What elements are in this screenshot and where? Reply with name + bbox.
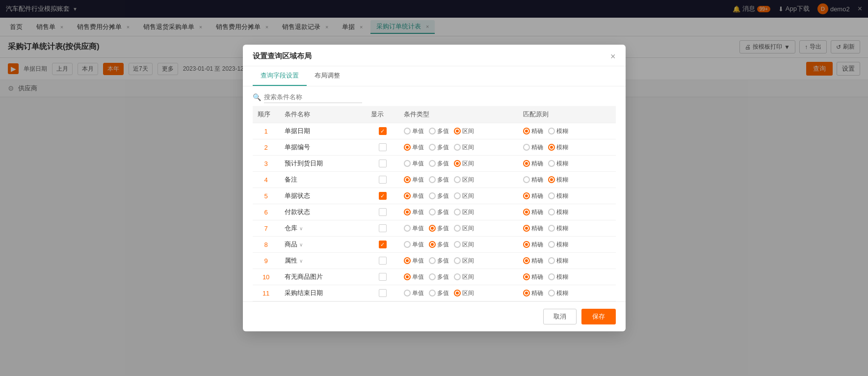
modal-tab-layout[interactable]: 布局调整 — [307, 66, 348, 86]
modal-header: 设置查询区域布局 × — [243, 45, 626, 66]
modal-tabs: 查询字段设置 布局调整 — [243, 66, 626, 86]
settings-modal: 设置查询区域布局 × 查询字段设置 布局调整 🔍 顺序 条件名称 — [243, 45, 626, 97]
modal-title: 设置查询区域布局 — [253, 52, 312, 61]
search-icon: 🔍 — [253, 93, 261, 97]
modal-close-button[interactable]: × — [610, 52, 616, 61]
search-input[interactable] — [264, 91, 362, 97]
modal-overlay: 设置查询区域布局 × 查询字段设置 布局调整 🔍 顺序 条件名称 — [0, 0, 868, 97]
modal-tab-layout-label: 布局调整 — [315, 72, 340, 79]
modal-tab-query-label: 查询字段设置 — [261, 72, 299, 79]
modal-tab-query-fields[interactable]: 查询字段设置 — [253, 66, 307, 86]
modal-search-area: 🔍 — [243, 86, 626, 97]
